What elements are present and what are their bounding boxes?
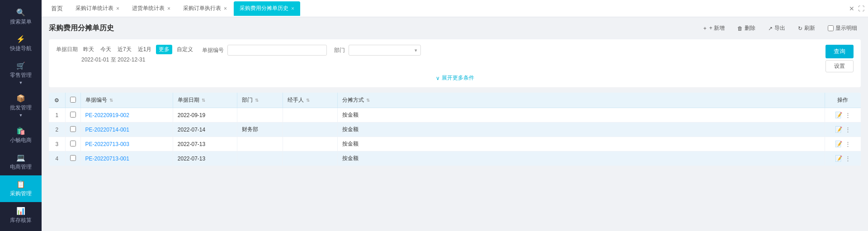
inventory-icon: 📊 (16, 207, 25, 215)
col-split-label: 分摊方式 (342, 97, 364, 103)
row-docno-1[interactable]: PE-20220919-002 (80, 108, 173, 123)
col-docno-label: 单据编号 (85, 97, 107, 103)
sidebar-item-nav[interactable]: ⚡ 快捷导航 (0, 30, 42, 57)
data-table-wrap: ⚙ 单据编号 ⇅ 单据日期 ⇅ 部门 (49, 93, 861, 166)
sidebar-item-retail[interactable]: 🛒 零售管理 ▼ (0, 57, 42, 90)
row-dept-3 (237, 137, 283, 151)
date-today[interactable]: 今天 (99, 45, 113, 54)
close-all-tabs-icon[interactable]: ✕ (849, 5, 854, 12)
export-icon: ↗ (768, 25, 773, 32)
add-button[interactable]: + + 新增 (700, 23, 728, 34)
col-split[interactable]: 分摊方式 ⇅ (337, 93, 825, 108)
search-icon: 🔍 (16, 8, 25, 17)
col-date[interactable]: 单据日期 ⇅ (173, 93, 237, 108)
dept-label: 部门 (334, 47, 345, 54)
show-detail-checkbox-label[interactable]: 显示明细 (824, 23, 861, 34)
tab-home[interactable]: 首页 (45, 1, 69, 16)
row-cb-4[interactable] (70, 155, 76, 161)
edit-icon-1[interactable]: 📝 (835, 112, 842, 118)
show-detail-checkbox[interactable] (828, 25, 834, 31)
col-checkbox (65, 93, 80, 108)
query-buttons: 查询 设置 (826, 45, 854, 72)
maximize-icon[interactable]: ⛶ (858, 5, 864, 12)
sidebar-item-ecom-small[interactable]: 🛍️ 小畅电商 (0, 122, 42, 149)
settings-button[interactable]: 设置 (826, 60, 854, 72)
tab-purchase-in[interactable]: 进货单统计表 × (126, 1, 176, 16)
row-docno-2[interactable]: PE-20220714-001 (80, 123, 173, 137)
tab-purchase-stat[interactable]: 采购订单统计表 × (70, 1, 125, 16)
col-handler-label: 经手人 (288, 97, 304, 103)
date-yesterday[interactable]: 昨天 (81, 45, 96, 54)
col-dept-label: 部门 (242, 97, 253, 103)
col-dept[interactable]: 部门 ⇅ (237, 93, 283, 108)
date-1month[interactable]: 近1月 (136, 45, 154, 54)
row-split-3: 按金额 (337, 137, 825, 151)
more-icon-2[interactable]: ⋮ (845, 126, 851, 133)
more-icon-4[interactable]: ⋮ (845, 155, 851, 162)
date-custom[interactable]: 自定义 (175, 45, 195, 54)
page-header: 采购费用分摊单历史 + + 新增 🗑 删除 ↗ 导出 ↻ 刷新 (49, 23, 861, 34)
add-icon: + (703, 25, 707, 32)
docno-link-3[interactable]: PE-20220713-003 (85, 141, 129, 147)
tab-purchase-fee[interactable]: 采购费用分摊单历史 × (234, 1, 300, 16)
content-area: 采购费用分摊单历史 + + 新增 🗑 删除 ↗ 导出 ↻ 刷新 (42, 17, 868, 231)
refresh-button[interactable]: ↻ 刷新 (794, 23, 819, 34)
col-settings[interactable]: ⚙ (49, 93, 65, 108)
row-num-3: 3 (49, 137, 65, 151)
row-cb-2[interactable] (70, 126, 76, 132)
row-date-4: 2022-07-13 (173, 151, 237, 166)
row-op-4: 📝 ⋮ (825, 151, 861, 166)
more-icon-3[interactable]: ⋮ (845, 141, 851, 147)
main-area: 首页 采购订单统计表 × 进货单统计表 × 采购订单执行表 × 采购费用分摊单历… (42, 0, 868, 231)
table-row: 1 PE-20220919-002 2022-09-19 按金额 📝 ⋮ (49, 108, 861, 123)
col-handler[interactable]: 经手人 ⇅ (283, 93, 337, 108)
docno-input[interactable] (227, 45, 327, 56)
expand-more[interactable]: ∨ 展开更多条件 (56, 74, 854, 82)
sidebar-item-purchase[interactable]: 📋 采购管理 (0, 175, 42, 202)
chevron-down-icon: ∨ (436, 75, 440, 81)
row-docno-4[interactable]: PE-20220713-001 (80, 151, 173, 166)
wholesale-icon: 📦 (16, 94, 25, 103)
more-icon-1[interactable]: ⋮ (845, 112, 851, 118)
docno-link-4[interactable]: PE-20220713-001 (85, 156, 129, 162)
sidebar-item-wholesale[interactable]: 📦 批发管理 ▼ (0, 90, 42, 122)
edit-icon-2[interactable]: 📝 (835, 126, 842, 133)
edit-icon-4[interactable]: 📝 (835, 155, 842, 162)
docno-link-2[interactable]: PE-20220714-001 (85, 127, 129, 133)
tab-purchase-exec[interactable]: 采购订单执行表 × (177, 1, 233, 16)
docno-link-1[interactable]: PE-20220919-002 (85, 112, 129, 118)
table-header-row: ⚙ 单据编号 ⇅ 单据日期 ⇅ 部门 (49, 93, 861, 108)
row-num-2: 2 (49, 123, 65, 137)
filter-area: 单据日期 昨天 今天 近7天 近1月 更多 自定义 2022-01-01 至 2… (49, 39, 861, 87)
sidebar-item-ecom[interactable]: 💻 电商管理 (0, 149, 42, 175)
edit-icon-3[interactable]: 📝 (835, 141, 842, 147)
date-more[interactable]: 更多 (156, 45, 172, 54)
delete-button[interactable]: 🗑 删除 (734, 23, 759, 34)
row-split-2: 按金额 (337, 123, 825, 137)
row-cb-1[interactable] (70, 112, 76, 118)
sidebar-item-finance[interactable]: 💰 资金管理 (0, 229, 42, 231)
close-tab-purchase-stat[interactable]: × (116, 5, 119, 12)
row-checkbox-2[interactable] (65, 123, 80, 137)
dept-select[interactable]: 财务部 (349, 45, 421, 56)
row-cb-3[interactable] (70, 141, 76, 146)
row-docno-3[interactable]: PE-20220713-003 (80, 137, 173, 151)
row-checkbox-4[interactable] (65, 151, 80, 166)
row-checkbox-3[interactable] (65, 137, 80, 151)
close-tab-purchase-exec[interactable]: × (224, 5, 227, 12)
sidebar: 🔍 搜索菜单 ⚡ 快捷导航 🛒 零售管理 ▼ 📦 批发管理 ▼ 🛍️ 小畅电商 … (0, 0, 42, 231)
close-tab-purchase-fee[interactable]: × (291, 5, 294, 12)
col-docno[interactable]: 单据编号 ⇅ (80, 93, 173, 108)
close-tab-purchase-in[interactable]: × (167, 5, 170, 12)
sidebar-item-search[interactable]: 🔍 搜索菜单 (0, 4, 42, 30)
sort-dept-icon: ⇅ (255, 98, 259, 103)
select-all-checkbox[interactable] (70, 97, 76, 103)
export-button[interactable]: ↗ 导出 (764, 23, 789, 34)
sidebar-item-inventory[interactable]: 📊 库存核算 (0, 202, 42, 229)
row-op-1: 📝 ⋮ (825, 108, 861, 123)
date-7days[interactable]: 近7天 (116, 45, 133, 54)
row-checkbox-1[interactable] (65, 108, 80, 123)
sort-docno-icon: ⇅ (109, 98, 113, 103)
query-button[interactable]: 查询 (826, 45, 854, 58)
row-num-1: 1 (49, 108, 65, 123)
